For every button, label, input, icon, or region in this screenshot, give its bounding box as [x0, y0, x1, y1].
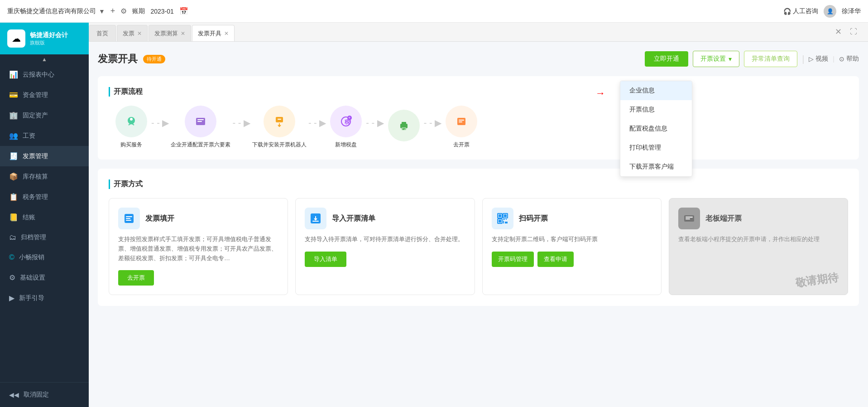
svg-rect-4: [197, 121, 202, 122]
sidebar-item-fapiao[interactable]: 🧾 发票管理: [0, 146, 89, 166]
scan-code-manage-button[interactable]: 开票码管理: [492, 252, 534, 267]
tab-invoice-calc[interactable]: 发票测算 ✕: [149, 25, 191, 41]
ledger-icon: 📒: [9, 213, 18, 222]
unpin-icon: ◀◀: [9, 391, 19, 398]
dropdown-item-invoice-info[interactable]: 开票信息: [620, 100, 692, 119]
divider-vertical: |: [802, 54, 804, 64]
settings-button[interactable]: 开票设置 ▾: [693, 51, 739, 67]
flow-step-tax: 税+ 新增税盘: [328, 106, 364, 149]
sidebar-item-jichushezhi[interactable]: ⚙ 基础设置: [0, 267, 89, 288]
sidebar-item-xinshouyindao[interactable]: ▶ 新手引导: [0, 288, 89, 308]
sidebar-item-jiezhang[interactable]: 📒 结账: [0, 207, 89, 228]
user-avatar: 👤: [824, 5, 836, 18]
sidebar-scroll-up[interactable]: ▲: [0, 54, 89, 64]
import-list-button[interactable]: 导入清单: [305, 252, 346, 267]
flow-arrow-3: - - ▶: [308, 117, 326, 128]
method-boss-desc: 查看老板端小程序提交的开票申请，并作出相应的处理: [678, 235, 839, 244]
flow-arrow-5: - - ▶: [424, 117, 441, 128]
dropdown-item-download-client[interactable]: 下载开票客户端: [620, 157, 692, 176]
method-card-scan: 扫码开票 支持定制开票二维码，客户端可扫码开票 开票码管理 查看申请: [482, 198, 662, 295]
sidebar-item-shuiwu[interactable]: 📋 税务管理: [0, 187, 89, 207]
sidebar-item-guding[interactable]: 🏢 固定资产: [0, 105, 89, 126]
method-fill-title: 发票填开: [145, 214, 174, 223]
svg-text:+: +: [348, 116, 350, 120]
svg-rect-15: [403, 129, 404, 130]
add-tab-button[interactable]: +: [110, 6, 115, 16]
boss-waiting-overlay: 敬请期待: [794, 270, 839, 291]
method-card-import: 导入开票清单 支持导入待开票清单，可对待开票清单进行拆分、合并处理。 导入清单: [295, 198, 475, 295]
method-import-title: 导入开票清单: [332, 214, 375, 223]
method-fill-desc: 支持按照发票样式手工填开发票；可开具增值税电子普通发票、增值税普通发票、增值税专…: [118, 235, 278, 263]
svg-rect-32: [506, 219, 507, 220]
flow-step-invoiceout: 去开票: [443, 106, 480, 149]
svg-rect-28: [504, 214, 507, 217]
video-label: 视频: [815, 55, 828, 63]
logo-sub: 旗舰版: [30, 39, 68, 46]
status-badge: 待开通: [143, 55, 165, 63]
fill-icon: [118, 208, 140, 229]
help-circle-icon: ⊙: [839, 55, 844, 63]
method-card-boss: 老板端开票 查看老板端小程序提交的开票申请，并作出相应的处理 敬请期待: [669, 198, 848, 295]
building-icon: 🏢: [9, 111, 18, 120]
svg-rect-21: [126, 218, 130, 219]
page-title: 发票开具: [98, 52, 138, 66]
sidebar-item-kucun[interactable]: 📦 库存核算: [0, 166, 89, 187]
sidebar-item-guidang[interactable]: 🗂 归档管理: [0, 228, 89, 247]
svg-rect-36: [686, 217, 693, 218]
abnormal-button[interactable]: 异常清单查询: [744, 51, 797, 67]
company-name: 重庆畅捷交通信息咨询有限公司: [7, 7, 96, 15]
video-button[interactable]: ▷ 视频: [809, 55, 828, 63]
method-scan-desc: 支持定制开票二维码，客户端可扫码开票: [492, 235, 652, 244]
expand-panel-button[interactable]: ⛶: [846, 23, 861, 41]
company-selector[interactable]: 重庆畅捷交通信息咨询有限公司 ▼: [7, 7, 105, 15]
svg-rect-34: [505, 222, 508, 223]
sidebar-item-gongzi[interactable]: 👥 工资: [0, 126, 89, 146]
tab-invoice[interactable]: 发票 ✕: [117, 25, 148, 41]
scan-icon: [492, 208, 513, 229]
method-scan-title: 扫码开票: [519, 214, 548, 223]
dropdown-item-tax-disk[interactable]: 配置税盘信息: [620, 119, 692, 138]
red-arrow-icon: →: [595, 87, 605, 99]
flow-step-buy: 购买服务: [113, 106, 149, 149]
service-button[interactable]: 🎧 人工咨询: [783, 7, 818, 15]
dropdown-item-company-info[interactable]: 企业信息: [620, 81, 692, 100]
tab-invoice-issue[interactable]: 发票开具 ✕: [192, 25, 235, 41]
archive-icon: 🗂: [9, 233, 16, 242]
flow-arrow-1: - - ▶: [151, 117, 169, 128]
activate-button[interactable]: 立即开通: [645, 51, 688, 67]
sidebar-item-yunbao[interactable]: 📊 云报表中心: [0, 64, 89, 85]
help-label: 帮助: [846, 55, 859, 63]
account-period-label: 账期: [132, 7, 145, 15]
svg-rect-12: [402, 122, 406, 125]
tab-invoice-issue-close[interactable]: ✕: [224, 30, 229, 37]
svg-rect-31: [503, 219, 505, 220]
svg-rect-37: [686, 218, 690, 219]
money-icon: 💳: [9, 91, 18, 99]
svg-rect-33: [503, 221, 504, 223]
flow-section-title: 开票流程: [109, 87, 848, 97]
tab-invoice-close[interactable]: ✕: [137, 30, 142, 37]
help-button[interactable]: ⊙ 帮助: [839, 55, 859, 63]
settings-icon[interactable]: ⚙: [120, 7, 127, 15]
person-icon: 👥: [9, 131, 18, 140]
fill-invoice-button[interactable]: 去开票: [118, 270, 154, 286]
calendar-icon[interactable]: 📅: [179, 7, 188, 15]
svg-rect-24: [312, 221, 319, 222]
service-label: 人工咨询: [793, 7, 818, 15]
company-dropdown-icon: ▼: [99, 8, 105, 15]
sidebar-item-xiaobao[interactable]: © 小畅报销: [0, 247, 89, 267]
page-title-bar: 发票开具 待开通 立即开通 开票设置 ▾ 异常清单查询 | ▷: [98, 51, 859, 67]
close-panel-button[interactable]: ✕: [831, 23, 845, 41]
flow-step-download: 下载并安装开票机器人: [252, 106, 307, 149]
settings-dropdown-arrow: ▾: [729, 55, 732, 63]
flow-arrow-2: - - ▶: [232, 117, 250, 128]
boss-icon: [678, 208, 700, 229]
dropdown-item-printer[interactable]: 打印机管理: [620, 138, 692, 157]
user-name: 徐泽华: [842, 7, 861, 15]
view-apply-button[interactable]: 查看申请: [537, 252, 574, 267]
sidebar-item-zijin[interactable]: 💳 资金管理: [0, 85, 89, 105]
tab-invoice-calc-close[interactable]: ✕: [181, 30, 185, 37]
gear-icon: ⚙: [9, 273, 15, 282]
tab-home[interactable]: 首页: [89, 25, 116, 41]
sidebar-item-quxiao[interactable]: ◀◀ 取消固定: [0, 386, 89, 403]
